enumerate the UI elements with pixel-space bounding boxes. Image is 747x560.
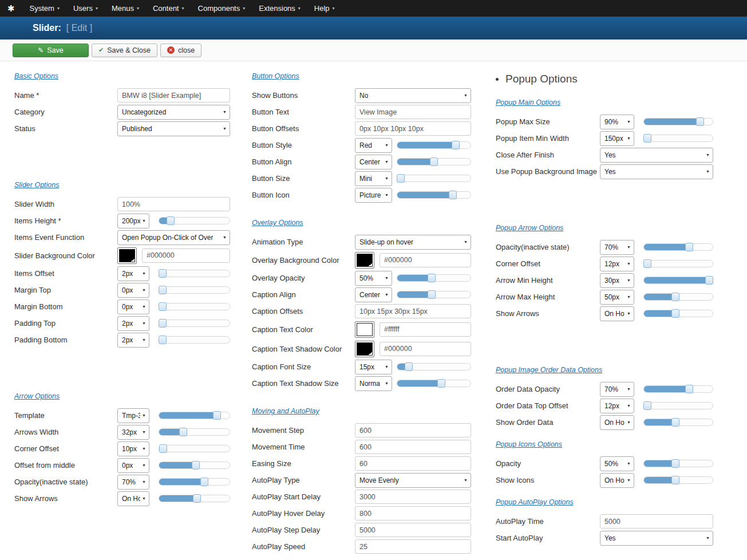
caption-font-size-select[interactable]: 15px▼ <box>355 360 392 374</box>
close-button[interactable]: ✕ close <box>160 44 201 57</box>
nav-item-components[interactable]: Components▾ <box>191 0 252 17</box>
section-link-popup-icons-options[interactable]: Popup Icons Options <box>496 440 562 448</box>
caption-text-shadow-size-select[interactable]: Norma▼ <box>355 376 392 391</box>
slider-handle[interactable] <box>685 243 693 251</box>
section-link-overlay-options[interactable]: Overlay Options <box>252 219 303 227</box>
caption-text-shadow-color-input[interactable] <box>380 342 471 356</box>
use-popup-background-image-select[interactable]: Yes▼ <box>600 164 713 179</box>
popup-max-size-select[interactable]: 90%▼ <box>600 115 634 129</box>
order-data-opacity-select[interactable]: 70%▼ <box>600 382 634 397</box>
button-icon-select[interactable]: Picture▼ <box>355 188 392 203</box>
slider-handle[interactable] <box>685 385 693 393</box>
items-event-function-select[interactable]: Open Popup On-Click of Over▼ <box>117 230 230 245</box>
items-offset-select[interactable]: 2px▼ <box>117 266 149 281</box>
autoplay-time-input[interactable] <box>600 514 713 529</box>
section-link-moving-and-autoplay[interactable]: Moving and AutoPlay <box>252 407 319 415</box>
margin-bottom-slider[interactable] <box>159 303 230 310</box>
save-close-button[interactable]: ✔ Save & Close <box>92 44 157 57</box>
slider-handle[interactable] <box>159 444 167 453</box>
overlay-background-color-input[interactable] <box>380 253 471 267</box>
slider-handle[interactable] <box>643 401 651 410</box>
slider-handle[interactable] <box>428 274 436 282</box>
caption-align-select[interactable]: Center▼ <box>355 287 392 302</box>
arrows-width-select[interactable]: 32px▼ <box>117 425 149 440</box>
popup-item-min-width-select[interactable]: 150px▼ <box>600 131 634 146</box>
slider-width-input[interactable] <box>117 197 230 211</box>
button-style-slider[interactable] <box>397 141 471 149</box>
arrows-width-slider[interactable] <box>159 428 230 436</box>
slider-handle[interactable] <box>671 309 679 318</box>
order-data-opacity-slider[interactable] <box>643 385 713 393</box>
show-order-data-slider[interactable] <box>643 419 713 426</box>
nav-item-menus[interactable]: Menus▾ <box>105 0 146 17</box>
caption-text-color-input[interactable] <box>380 322 471 337</box>
corner-offset-select[interactable]: 12px▼ <box>600 257 634 271</box>
arrow-min-height-slider[interactable] <box>643 277 713 284</box>
caption-offsets-input[interactable] <box>355 304 471 318</box>
show-buttons-select[interactable]: No▼ <box>355 88 471 103</box>
items-height-select[interactable]: 200px▼ <box>117 214 149 228</box>
slider-handle[interactable] <box>430 157 438 166</box>
movement-time-input[interactable] <box>355 440 471 454</box>
slider-handle[interactable] <box>428 290 436 299</box>
autoplay-type-select[interactable]: Move Evenly▼ <box>355 473 471 488</box>
order-data-top-offset-slider[interactable] <box>643 402 713 409</box>
easing-size-input[interactable] <box>355 456 471 471</box>
slider-handle[interactable] <box>192 461 200 470</box>
opacity-slider[interactable] <box>643 460 713 467</box>
slider-handle[interactable] <box>405 362 413 371</box>
section-link-popup-main-options[interactable]: Popup Main Options <box>496 98 560 107</box>
slider-handle[interactable] <box>213 411 221 420</box>
name-input[interactable] <box>117 88 230 102</box>
order-data-top-offset-select[interactable]: 12px▼ <box>600 399 634 413</box>
items-height-slider[interactable] <box>159 217 230 224</box>
slider-handle[interactable] <box>200 478 208 486</box>
button-text-input[interactable] <box>355 105 471 119</box>
slider-handle[interactable] <box>437 379 445 388</box>
offset-from-middle-slider[interactable] <box>159 462 230 469</box>
slider-handle[interactable] <box>159 336 167 344</box>
section-link-button-options[interactable]: Button Options <box>252 72 299 80</box>
slider-handle[interactable] <box>671 459 679 468</box>
autoplay-speed-input[interactable] <box>355 539 471 554</box>
autoplay-start-delay-input[interactable] <box>355 490 471 504</box>
button-align-slider[interactable] <box>397 158 471 165</box>
button-size-select[interactable]: Mini▼ <box>355 171 392 186</box>
slider-handle[interactable] <box>705 276 713 285</box>
margin-top-select[interactable]: 0px▼ <box>117 283 149 298</box>
nav-item-extensions[interactable]: Extensions▾ <box>252 0 307 17</box>
caption-font-size-slider[interactable] <box>397 363 471 370</box>
corner-offset-select[interactable]: 10px▼ <box>117 441 149 456</box>
corner-offset-slider[interactable] <box>643 260 713 267</box>
button-style-select[interactable]: Red▼ <box>355 138 392 153</box>
slider-handle[interactable] <box>671 293 679 301</box>
caption-text-color-swatch[interactable] <box>355 321 374 338</box>
corner-offset-slider[interactable] <box>159 445 230 452</box>
nav-item-help[interactable]: Help▾ <box>307 0 342 17</box>
show-icons-select[interactable]: On Ho▼ <box>600 473 634 488</box>
animation-type-select[interactable]: Slide-up on hover▼ <box>355 235 471 250</box>
nav-item-system[interactable]: System▾ <box>23 0 66 17</box>
status-select[interactable]: Published▼ <box>117 121 230 136</box>
autoplay-hover-delay-input[interactable] <box>355 506 471 520</box>
slider-handle[interactable] <box>193 494 201 503</box>
overlay-background-color-swatch[interactable] <box>355 252 374 269</box>
section-link-popup-image-order-data-options[interactable]: Popup Image Order Data Options <box>496 366 602 374</box>
opacity-inactive-state-slider[interactable] <box>643 243 713 251</box>
overlay-opacity-slider[interactable] <box>397 274 471 282</box>
slider-background-color-swatch[interactable] <box>117 247 137 264</box>
close-after-finish-select[interactable]: Yes▼ <box>600 148 713 163</box>
slider-handle[interactable] <box>397 174 405 183</box>
slider-handle[interactable] <box>671 418 679 427</box>
template-slider[interactable] <box>159 412 230 419</box>
section-link-popup-arrow-options[interactable]: Popup Arrow Options <box>496 224 563 232</box>
show-arrows-select[interactable]: On Hov▼ <box>117 491 149 506</box>
items-offset-slider[interactable] <box>159 270 230 277</box>
opacity-inactive-state-slider[interactable] <box>159 478 230 486</box>
button-icon-slider[interactable] <box>397 191 471 199</box>
category-select[interactable]: Uncategorized▼ <box>117 105 230 120</box>
offset-from-middle-select[interactable]: 0px▼ <box>117 458 149 473</box>
slider-background-color-input[interactable] <box>142 249 230 263</box>
popup-item-min-width-slider[interactable] <box>643 135 713 142</box>
slider-handle[interactable] <box>159 319 167 328</box>
